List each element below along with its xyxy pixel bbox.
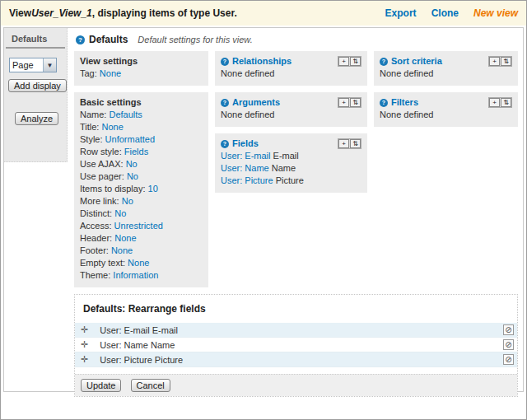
setting-label: Use AJAX: bbox=[80, 159, 124, 169]
clone-link[interactable]: Clone bbox=[431, 7, 459, 19]
field-link[interactable]: User: Picture bbox=[221, 175, 273, 185]
help-icon[interactable]: ? bbox=[221, 58, 229, 66]
rearrange-title: Defaults: Rearrange fields bbox=[75, 295, 517, 323]
sort-criteria-header: ? Sort criteria + ⇅ bbox=[380, 55, 512, 68]
fields-header: ? Fields + ⇅ bbox=[221, 138, 361, 150]
setting-label: Style: bbox=[80, 134, 103, 144]
display-type-value: Page bbox=[10, 60, 43, 70]
add-icon[interactable]: + bbox=[338, 139, 349, 148]
sort-criteria-link[interactable]: Sort criteria bbox=[391, 55, 442, 68]
display-settings-content: ? Defaults Default settings for this vie… bbox=[68, 28, 523, 397]
setting-row: Use AJAX: No bbox=[80, 158, 203, 170]
setting-value-link[interactable]: No bbox=[126, 159, 138, 169]
setting-value-link[interactable]: None bbox=[100, 68, 121, 78]
update-button[interactable]: Update bbox=[81, 379, 121, 392]
setting-label: Distinct: bbox=[80, 208, 112, 218]
cancel-button[interactable]: Cancel bbox=[131, 379, 170, 392]
setting-label: Title: bbox=[80, 122, 99, 132]
fields-actions: + ⇅ bbox=[338, 138, 361, 149]
add-icon[interactable]: + bbox=[489, 57, 500, 66]
filters-empty-text: None defined bbox=[380, 109, 512, 121]
setting-value-link[interactable]: None bbox=[102, 122, 124, 132]
help-icon[interactable]: ? bbox=[221, 99, 229, 107]
remove-icon[interactable]: ⊘ bbox=[503, 354, 514, 365]
table-row: ✛ User: Name Name ⊘ bbox=[75, 338, 517, 352]
form-actions: Update Cancel bbox=[75, 374, 517, 396]
setting-value-link[interactable]: Defaults bbox=[109, 110, 142, 119]
setting-row: Tag: None bbox=[80, 68, 203, 80]
tab-defaults[interactable]: Defaults bbox=[6, 28, 65, 49]
setting-value-link[interactable]: Unformatted bbox=[105, 134, 156, 144]
view-title-suffix: , displaying items of type User. bbox=[92, 7, 237, 19]
help-icon[interactable]: ? bbox=[380, 99, 388, 107]
setting-value-link[interactable]: Fields bbox=[124, 147, 148, 156]
display-type-select[interactable]: Page ▼ bbox=[9, 58, 57, 72]
field-suffix: Picture bbox=[273, 175, 304, 185]
remove-icon[interactable]: ⊘ bbox=[503, 339, 514, 350]
arguments-link[interactable]: Arguments bbox=[232, 96, 280, 109]
analyze-button[interactable]: Analyze bbox=[15, 112, 58, 125]
setting-value-link[interactable]: None bbox=[114, 233, 136, 243]
add-icon[interactable]: + bbox=[489, 98, 500, 107]
setting-row: Empty text: None bbox=[80, 257, 203, 269]
setting-label: Theme: bbox=[80, 270, 110, 280]
drag-handle-icon[interactable]: ✛ bbox=[81, 339, 88, 350]
drag-handle-icon[interactable]: ✛ bbox=[81, 324, 88, 335]
help-icon[interactable]: ? bbox=[221, 140, 229, 148]
new-view-link[interactable]: New view bbox=[473, 7, 518, 19]
setting-label: Use pager: bbox=[80, 171, 124, 181]
setting-label: More link: bbox=[80, 196, 119, 206]
display-header-title: Defaults bbox=[89, 34, 128, 45]
setting-row: Items to display: 10 bbox=[80, 183, 203, 195]
setting-value-link[interactable]: 10 bbox=[148, 184, 158, 194]
setting-value-link[interactable]: Information bbox=[113, 270, 158, 280]
arguments-actions: + ⇅ bbox=[338, 97, 361, 108]
fields-link[interactable]: Fields bbox=[232, 138, 259, 150]
export-link[interactable]: Export bbox=[385, 7, 417, 19]
relationships-actions: + ⇅ bbox=[338, 56, 361, 67]
sort-criteria-empty-text: None defined bbox=[380, 68, 512, 80]
setting-value-link[interactable]: No bbox=[114, 208, 126, 218]
settings-columns: View settings Tag: None Basic settings N… bbox=[74, 51, 518, 287]
row-label: User: Name Name bbox=[100, 340, 175, 350]
setting-value-link[interactable]: No bbox=[127, 171, 138, 181]
remove-icon[interactable]: ⊘ bbox=[503, 324, 514, 335]
filters-actions: + ⇅ bbox=[488, 97, 512, 108]
setting-value-link[interactable]: None bbox=[111, 245, 133, 255]
setting-value-link[interactable]: Unrestricted bbox=[114, 221, 163, 231]
setting-label: Tag: bbox=[80, 68, 97, 78]
help-icon[interactable]: ? bbox=[76, 35, 85, 44]
drag-handle-icon[interactable]: ✛ bbox=[81, 354, 88, 365]
display-sidebar: Defaults Page ▼ Add display Analyze bbox=[4, 28, 68, 162]
chevron-down-icon: ▼ bbox=[43, 58, 56, 72]
filters-box: ? Filters + ⇅ None defined bbox=[374, 92, 518, 127]
table-row: ✛ User: Picture Picture ⊘ bbox=[75, 352, 517, 367]
rearrange-icon[interactable]: ⇅ bbox=[501, 98, 511, 107]
add-icon[interactable]: + bbox=[338, 98, 349, 107]
rearrange-icon[interactable]: ⇅ bbox=[501, 57, 511, 66]
add-icon[interactable]: + bbox=[338, 57, 349, 66]
field-link[interactable]: User: E-mail bbox=[221, 151, 271, 161]
add-display-button[interactable]: Add display bbox=[8, 79, 67, 92]
help-icon[interactable]: ? bbox=[380, 58, 388, 66]
rearrange-icon[interactable]: ⇅ bbox=[350, 98, 361, 107]
sort-criteria-actions: + ⇅ bbox=[488, 56, 512, 67]
arguments-box: ? Arguments + ⇅ None defined bbox=[215, 92, 367, 127]
relationships-link[interactable]: Relationships bbox=[232, 55, 291, 68]
relationships-empty-text: None defined bbox=[221, 68, 361, 80]
display-header: ? Defaults Default settings for this vie… bbox=[74, 32, 518, 51]
setting-value-link[interactable]: No bbox=[122, 196, 133, 206]
views-edit-panel: Defaults Page ▼ Add display Analyze ? De… bbox=[3, 27, 524, 392]
setting-row: Title: None bbox=[80, 121, 203, 133]
setting-row: More link: No bbox=[80, 195, 203, 208]
settings-column-3: ? Sort criteria + ⇅ None defined ? bbox=[374, 51, 518, 127]
setting-value-link[interactable]: None bbox=[128, 258, 149, 268]
setting-label: Access: bbox=[80, 221, 112, 231]
field-link[interactable]: User: Name bbox=[221, 163, 269, 173]
setting-row: Access: Unrestricted bbox=[80, 220, 203, 232]
filters-link[interactable]: Filters bbox=[391, 96, 418, 109]
field-item: User: Picture Picture bbox=[221, 175, 361, 187]
rearrange-icon[interactable]: ⇅ bbox=[350, 57, 361, 66]
rearrange-icon[interactable]: ⇅ bbox=[350, 139, 361, 148]
view-settings-title: View settings bbox=[80, 55, 203, 68]
